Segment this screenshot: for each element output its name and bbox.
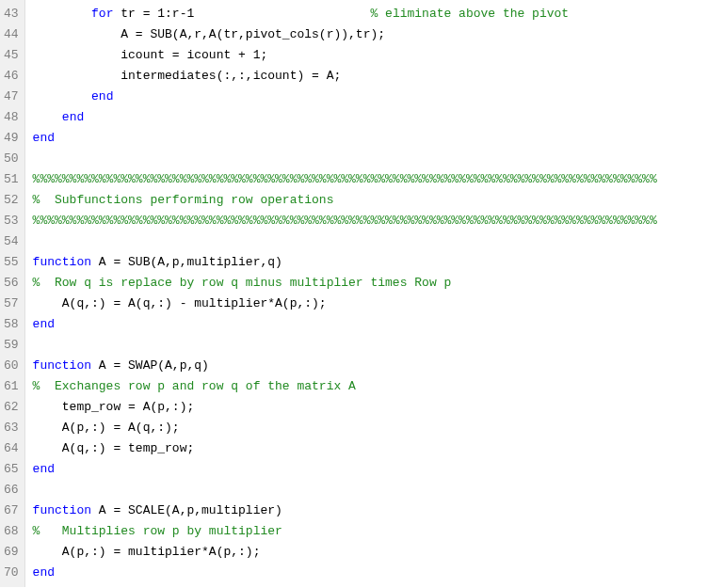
code-line[interactable]: [33, 335, 708, 356]
code-token: end: [33, 131, 55, 145]
code-token: % Multiplies row p by multiplier: [33, 524, 282, 538]
code-line[interactable]: A(p,:) = multiplier*A(p,:);: [33, 542, 708, 563]
line-number: 50: [4, 149, 19, 169]
line-number: 60: [4, 356, 19, 376]
code-line[interactable]: %%%%%%%%%%%%%%%%%%%%%%%%%%%%%%%%%%%%%%%%…: [33, 211, 708, 231]
code-line[interactable]: %%%%%%%%%%%%%%%%%%%%%%%%%%%%%%%%%%%%%%%%…: [33, 169, 708, 190]
code-line[interactable]: % Row q is replace by row q minus multip…: [33, 273, 708, 294]
code-line[interactable]: end: [33, 563, 708, 583]
code-line[interactable]: function A = SCALE(A,p,multiplier): [33, 501, 708, 521]
code-line[interactable]: [33, 149, 708, 169]
code-token: %%%%%%%%%%%%%%%%%%%%%%%%%%%%%%%%%%%%%%%%…: [33, 214, 657, 228]
code-token: function: [33, 255, 91, 269]
line-number: 45: [4, 45, 19, 66]
code-token: % eliminate above the pivot: [370, 7, 569, 21]
line-number-gutter: 4344454647484950515253545556575859606162…: [0, 0, 25, 587]
code-token: A = SCALE(A,p,multiplier): [91, 503, 282, 517]
code-token: [33, 110, 62, 124]
line-number: 68: [4, 521, 19, 542]
line-number: 52: [4, 190, 19, 211]
code-token: % Exchanges row p and row q of the matri…: [33, 379, 356, 393]
code-line[interactable]: A = SUB(A,r,A(tr,pivot_cols(r)),tr);: [33, 24, 708, 45]
line-number: 67: [4, 501, 19, 521]
code-line[interactable]: A(p,:) = A(q,:);: [33, 418, 708, 438]
code-token: function: [33, 358, 91, 373]
line-number: 59: [4, 335, 19, 356]
code-line[interactable]: icount = icount + 1;: [33, 45, 708, 66]
line-number: 43: [4, 4, 19, 24]
line-number: 56: [4, 273, 19, 294]
code-line[interactable]: A(q,:) = temp_row;: [33, 438, 708, 459]
line-number: 62: [4, 397, 19, 418]
code-line[interactable]: end: [33, 459, 708, 480]
code-token: [33, 89, 91, 103]
code-line[interactable]: function A = SWAP(A,p,q): [33, 356, 708, 376]
line-number: 61: [4, 376, 19, 397]
line-number: 48: [4, 107, 19, 128]
code-token: temp_row = A(p,:);: [33, 400, 195, 414]
code-token: % Row q is replace by row q minus multip…: [33, 276, 452, 290]
code-token: end: [33, 565, 55, 580]
code-token: A = SUB(A,p,multiplier,q): [91, 255, 282, 269]
code-token: function: [33, 503, 91, 517]
code-token: intermediates(:,:,icount) = A;: [33, 69, 342, 83]
code-token: icount = icount + 1;: [33, 48, 268, 62]
code-line[interactable]: [33, 231, 708, 252]
code-token: A = SUB(A,r,A(tr,pivot_cols(r)),tr);: [33, 27, 385, 41]
code-token: A(p,:) = multiplier*A(p,:);: [33, 545, 261, 559]
code-token: end: [62, 110, 84, 124]
line-number: 66: [4, 480, 19, 501]
line-number: 44: [4, 24, 19, 45]
line-number: 70: [4, 563, 19, 583]
code-token: A(p,:) = A(q,:);: [33, 421, 180, 435]
code-token: A = SWAP(A,p,q): [91, 358, 209, 373]
line-number: 63: [4, 418, 19, 438]
line-number: 65: [4, 459, 19, 480]
code-line[interactable]: % Subfunctions performing row operations: [33, 190, 708, 211]
code-line[interactable]: intermediates(:,:,icount) = A;: [33, 66, 708, 87]
code-token: end: [91, 89, 113, 103]
line-number: 53: [4, 211, 19, 231]
code-editor: 4344454647484950515253545556575859606162…: [0, 0, 708, 587]
code-line[interactable]: end: [33, 87, 708, 107]
code-line[interactable]: % Multiplies row p by multiplier: [33, 521, 708, 542]
code-token: end: [33, 462, 55, 476]
code-line[interactable]: function A = SUB(A,p,multiplier,q): [33, 252, 708, 273]
code-token: A(q,:) = temp_row;: [33, 441, 195, 455]
line-number: 57: [4, 294, 19, 314]
code-line[interactable]: for tr = 1:r-1 % eliminate above the piv…: [33, 4, 708, 24]
code-token: %%%%%%%%%%%%%%%%%%%%%%%%%%%%%%%%%%%%%%%%…: [33, 172, 657, 186]
code-token: % Subfunctions performing row operations: [33, 193, 334, 207]
code-line[interactable]: A(q,:) = A(q,:) - multiplier*A(p,:);: [33, 294, 708, 314]
line-number: 49: [4, 128, 19, 149]
code-token: for: [91, 7, 113, 21]
line-number: 64: [4, 438, 19, 459]
line-number: 69: [4, 542, 19, 563]
code-token: [33, 7, 91, 21]
code-token: A(q,:) = A(q,:) - multiplier*A(p,:);: [33, 296, 327, 310]
line-number: 47: [4, 87, 19, 107]
code-line[interactable]: temp_row = A(p,:);: [33, 397, 708, 418]
code-line[interactable]: end: [33, 314, 708, 335]
line-number: 55: [4, 252, 19, 273]
code-line[interactable]: % Exchanges row p and row q of the matri…: [33, 376, 708, 397]
line-number: 51: [4, 169, 19, 190]
line-number: 58: [4, 314, 19, 335]
code-area[interactable]: for tr = 1:r-1 % eliminate above the piv…: [25, 0, 708, 587]
line-number: 46: [4, 66, 19, 87]
code-token: tr = 1:r-1: [113, 7, 370, 21]
line-number: 54: [4, 231, 19, 252]
code-token: end: [33, 317, 55, 331]
code-line[interactable]: [33, 480, 708, 501]
code-line[interactable]: end: [33, 107, 708, 128]
code-line[interactable]: end: [33, 128, 708, 149]
